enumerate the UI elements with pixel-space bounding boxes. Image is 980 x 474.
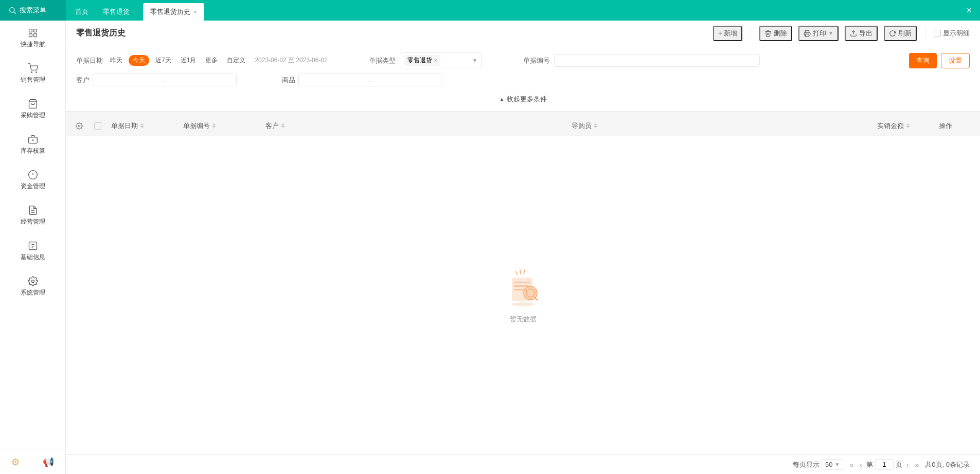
collapse-row: ▲ 收起更多条件 — [76, 92, 970, 111]
type-select-dropdown-icon[interactable]: ▼ — [472, 58, 477, 63]
setting-button[interactable]: 设置 — [941, 53, 970, 68]
type-tag-close[interactable]: × — [434, 58, 437, 63]
main-layout: 快捷导航 销售管理 采购管理 库存核算 资金管理 经营管理 基础信息 系统管理 — [0, 21, 980, 474]
next-page-button[interactable]: › — [904, 460, 911, 470]
date-option-custom[interactable]: 自定义 — [224, 55, 248, 66]
tab-home[interactable]: 首页 — [68, 3, 96, 21]
date-option-today[interactable]: 今天 — [129, 55, 149, 66]
sidebar-item-info[interactable]: 基础信息 — [0, 233, 65, 269]
goods-input[interactable]: ... — [298, 74, 442, 86]
select-all-checkbox[interactable] — [88, 122, 107, 130]
home-icon — [28, 28, 38, 38]
empty-state: 暂无数据 — [66, 136, 980, 454]
tab-bar: 首页 零售退货 × 零售退货历史 × — [66, 0, 958, 21]
date-option-more[interactable]: 更多 — [202, 55, 221, 66]
customer-input[interactable]: ... — [93, 74, 237, 86]
col-guide: 导购员 — [567, 121, 874, 131]
sort-amount-icon[interactable] — [906, 123, 910, 128]
sidebar-item-quicknav[interactable]: 快捷导航 — [0, 21, 65, 56]
page-number-input[interactable] — [875, 459, 894, 470]
filter-row-2: 客户 ... 商品 ... — [76, 74, 970, 86]
goods-filter-group: 商品 ... — [282, 74, 447, 86]
sidebar-item-system[interactable]: 系统管理 — [0, 269, 65, 304]
sort-guide-icon[interactable] — [594, 123, 598, 128]
sidebar-item-inventory-label: 库存核算 — [21, 147, 45, 155]
goods-filter-label: 商品 — [282, 76, 295, 85]
page-header: 零售退货历史 + 新增 删除 打印 ▼ 导出 — [66, 21, 980, 46]
window-close-button[interactable]: × — [958, 5, 980, 16]
collapse-button[interactable]: ▲ 收起更多条件 — [493, 92, 553, 107]
date-range-display: 2023-06-02 至 2023-06-02 — [255, 56, 327, 65]
delete-button[interactable]: 删除 — [759, 26, 792, 41]
sidebar-item-operation-label: 经营管理 — [21, 217, 45, 226]
query-actions: 查询 设置 — [909, 53, 970, 68]
order-input[interactable] — [554, 54, 760, 67]
tab-retail-return-history[interactable]: 零售退货历史 × — [143, 3, 204, 21]
per-page-dropdown-icon[interactable]: ▼ — [834, 462, 840, 467]
column-settings-button[interactable] — [70, 122, 88, 130]
speaker-icon[interactable]: 📢 — [43, 457, 54, 468]
header-checkbox[interactable] — [94, 122, 101, 130]
show-detail-checkbox[interactable] — [934, 30, 941, 37]
export-icon — [850, 30, 857, 37]
sidebar-item-finance[interactable]: 资金管理 — [0, 162, 65, 198]
type-select[interactable]: 零售退货 × ▼ — [400, 52, 482, 68]
customer-placeholder: ... — [162, 76, 168, 84]
new-button[interactable]: + 新增 — [713, 26, 742, 41]
date-option-yesterday[interactable]: 昨天 — [107, 55, 126, 66]
empty-illustration — [503, 267, 544, 308]
finance-icon — [28, 170, 38, 180]
date-options: 昨天 今天 近7天 近1月 更多 自定义 — [107, 55, 248, 66]
query-button[interactable]: 查询 — [909, 53, 937, 68]
date-option-7days[interactable]: 近7天 — [152, 55, 174, 66]
print-dropdown-icon[interactable]: ▼ — [828, 30, 833, 36]
date-option-1month[interactable]: 近1月 — [177, 55, 200, 66]
sidebar-item-finance-label: 资金管理 — [21, 182, 45, 191]
order-filter-group: 单据编号 — [523, 54, 899, 67]
page-title: 零售退货历史 — [76, 28, 126, 39]
prev-page-button[interactable]: ‹ — [858, 460, 864, 470]
sort-orderno-icon[interactable] — [212, 123, 216, 128]
sidebar: 快捷导航 销售管理 采购管理 库存核算 资金管理 经营管理 基础信息 系统管理 — [0, 21, 66, 474]
show-detail-toggle[interactable]: 显示明细 — [934, 29, 970, 38]
last-page-button[interactable]: » — [913, 460, 921, 470]
per-page-select-box[interactable]: 50 ▼ — [822, 459, 843, 470]
sidebar-item-sales[interactable]: 销售管理 — [0, 56, 65, 92]
svg-rect-17 — [29, 242, 37, 250]
page-end-label: 页 — [896, 460, 902, 469]
sidebar-item-system-label: 系统管理 — [21, 288, 45, 297]
search-label: 搜索菜单 — [20, 6, 46, 15]
divider-2 — [925, 29, 925, 38]
export-button[interactable]: 导出 — [845, 26, 878, 41]
filter-row-1: 单据日期 昨天 今天 近7天 近1月 更多 自定义 2023-06-02 至 2… — [76, 52, 970, 68]
close-tab-retail-return-history[interactable]: × — [193, 9, 197, 15]
date-filter-group: 单据日期 昨天 今天 近7天 近1月 更多 自定义 2023-06-02 至 2… — [76, 55, 328, 66]
tab-retail-return[interactable]: 零售退货 × — [96, 3, 143, 21]
purchase-icon — [28, 99, 38, 109]
svg-rect-2 — [29, 29, 32, 32]
sidebar-item-purchase[interactable]: 采购管理 — [0, 92, 65, 127]
svg-point-7 — [35, 72, 37, 73]
page-navigation: « ‹ 第 页 › » — [847, 459, 921, 470]
page-label: 第 — [866, 460, 873, 469]
sort-date-icon[interactable] — [140, 123, 144, 128]
header-actions: + 新增 删除 打印 ▼ 导出 刷新 — [713, 26, 970, 41]
sidebar-bottom: ⚙ 📢 — [0, 450, 65, 474]
sidebar-item-operation[interactable]: 经营管理 — [0, 198, 65, 233]
date-filter-label: 单据日期 — [76, 56, 103, 65]
empty-text: 暂无数据 — [510, 315, 537, 324]
content-area: 零售退货历史 + 新增 删除 打印 ▼ 导出 — [66, 21, 980, 474]
print-icon — [804, 30, 811, 37]
total-records-label: 共0页, 0条记录 — [925, 460, 970, 469]
search-menu[interactable]: 搜索菜单 — [0, 0, 66, 21]
sort-customer-icon[interactable] — [281, 123, 285, 128]
type-filter-label: 单据类型 — [369, 56, 396, 65]
svg-line-1 — [14, 12, 16, 14]
per-page-group: 每页显示 50 ▼ — [793, 459, 843, 470]
sidebar-item-inventory[interactable]: 库存核算 — [0, 127, 65, 162]
settings-gear-icon[interactable]: ⚙ — [11, 457, 20, 468]
refresh-button[interactable]: 刷新 — [884, 26, 917, 41]
first-page-button[interactable]: « — [847, 460, 856, 470]
print-button[interactable]: 打印 ▼ — [798, 26, 839, 41]
close-tab-retail-return[interactable]: × — [133, 9, 136, 15]
